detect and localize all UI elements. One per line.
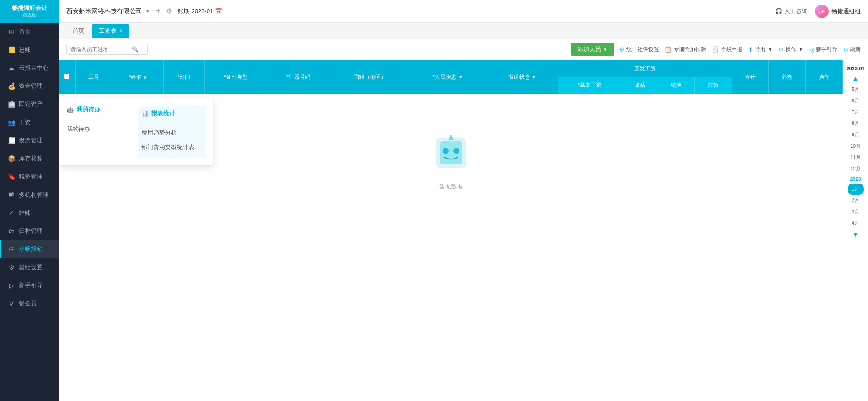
sidebar-icon-new-guide: ▷	[7, 282, 15, 289]
sidebar-label-ledger: 总账	[19, 46, 31, 54]
sidebar-nav: ⊞首页📒总账☁云报表中心💰资金管理🏢固定资产👥工资🧾发票管理📦库存核算🔖税务管理…	[0, 23, 59, 401]
sidebar-label-settlement: 结账	[19, 209, 31, 217]
sidebar-label-home: 首页	[19, 28, 31, 36]
popup-right-label: 报表统计	[151, 109, 175, 117]
tab-payroll-label: 工资表	[99, 27, 116, 35]
timeline-year-2023: 2023	[850, 174, 861, 184]
special-deduct-action[interactable]: 📋 专项附加扣除	[664, 46, 706, 53]
export-action[interactable]: ⬆ 导出 ▼	[748, 46, 773, 53]
timeline-month-8[interactable]: 8月	[843, 118, 868, 129]
timeline-month-5[interactable]: 5月	[843, 84, 868, 95]
timeline-month-12[interactable]: 12月	[843, 163, 868, 174]
sidebar-item-archive[interactable]: 🗂归档管理	[0, 222, 59, 240]
sidebar-item-new-guide[interactable]: ▷新手引导	[0, 276, 59, 295]
timeline-month-10[interactable]: 10月	[843, 140, 868, 152]
sidebar-item-fund[interactable]: 💰资金管理	[0, 77, 59, 95]
popup-item-dept-cost[interactable]: 部门费用类型统计表	[141, 140, 202, 155]
sidebar-item-settlement[interactable]: ✓结账	[0, 204, 59, 222]
sidebar-item-payroll[interactable]: 👥工资	[0, 113, 59, 131]
select-all-checkbox[interactable]	[59, 60, 75, 94]
new-guide-action[interactable]: ◎ 新手引导	[809, 46, 838, 53]
popup-left-icon: 🤖	[67, 106, 74, 113]
refresh-action[interactable]: ↻ 刷新	[843, 46, 861, 53]
social-security-action[interactable]: ⚙ 统一社保设置	[619, 46, 659, 53]
col-name: *姓名 ⇅	[112, 60, 163, 94]
sidebar-label-archive: 归档管理	[19, 227, 43, 235]
popup-right-icon: 📊	[141, 110, 149, 117]
customer-service-button[interactable]: 🎧 人工咨询	[775, 7, 808, 15]
income-tax-label: 个税申报	[721, 46, 742, 53]
service-label: 人工咨询	[784, 7, 808, 15]
sidebar-item-membership[interactable]: V畅会员	[0, 295, 59, 313]
timeline-month-3[interactable]: 3月	[843, 206, 868, 217]
sidebar-label-payroll: 工资	[19, 118, 31, 126]
sidebar-item-cloud-report[interactable]: ☁云报表中心	[0, 59, 59, 77]
timeline-month-7[interactable]: 7月	[843, 106, 868, 118]
avatar: CE	[815, 5, 829, 18]
popup-item-my-todo[interactable]: 我的待办	[67, 122, 127, 136]
timeline-month-1[interactable]: 1月	[848, 184, 864, 195]
sidebar-icon-settlement: ✓	[7, 209, 15, 217]
popup-left-title: 🤖 我的待办	[67, 106, 127, 116]
operation-icon: ⚙	[778, 46, 784, 53]
sidebar-item-basic-settings[interactable]: ⚙基础设置	[0, 258, 59, 276]
sidebar-item-invoice[interactable]: 🧾发票管理	[0, 131, 59, 150]
operation-label: 操作	[786, 46, 796, 53]
timeline-month-2[interactable]: 2月	[843, 195, 868, 206]
person-status-filter-icon[interactable]: ▼	[458, 74, 464, 80]
sidebar-item-fixed-assets[interactable]: 🏢固定资产	[0, 95, 59, 113]
sidebar-item-inventory[interactable]: 📦库存核算	[0, 150, 59, 168]
sidebar-icon-multi-org: 🏛	[7, 191, 15, 198]
col-payable-group: 应发工资	[558, 60, 732, 77]
name-sort-icon[interactable]: ⇅	[143, 75, 147, 80]
timeline-up-button[interactable]: ▲	[853, 73, 859, 84]
sidebar-item-xiaochang[interactable]: G小畅报销	[0, 240, 59, 258]
search-input[interactable]	[70, 46, 129, 53]
col-bonus: 津贴	[621, 77, 658, 94]
tab-home[interactable]: 首页	[66, 24, 91, 38]
sidebar-label-cloud-report: 云报表中心	[19, 64, 48, 72]
operation-action[interactable]: ⚙ 操作 ▼	[778, 46, 804, 53]
toolbar-actions: 添加人员 ▼ ⚙ 统一社保设置 📋 专项附加扣除 📑 个税申报 ⬆ 导出	[571, 43, 861, 56]
company-name: 西安虾米网络科技有限公司	[66, 7, 142, 15]
tab-close-icon[interactable]: ×	[119, 28, 122, 34]
logo-sub: 旗舰版	[23, 12, 36, 18]
refresh-icon: ↻	[843, 46, 848, 53]
income-tax-icon: 📑	[712, 46, 719, 53]
popup-item-cost-trend[interactable]: 费用趋势分析	[141, 126, 202, 140]
timeline-month-4[interactable]: 4月	[843, 217, 868, 229]
sidebar-label-fixed-assets: 固定资产	[19, 100, 43, 108]
period-value: 2023-01	[191, 8, 213, 14]
sidebar-item-tax[interactable]: 🔖税务管理	[0, 168, 59, 186]
main-area: 西安虾米网络科技有限公司 ▼ + ⚙ 账期 2023-01 📅 🎧 人工咨询 C…	[59, 0, 868, 401]
timeline-month-9[interactable]: 9月	[843, 129, 868, 140]
sidebar-icon-home: ⊞	[7, 28, 15, 35]
add-person-label: 添加人员	[577, 45, 601, 53]
timeline-down-button[interactable]: ▼	[853, 229, 859, 240]
tab-payroll[interactable]: 工资表 ×	[92, 24, 129, 38]
sidebar-icon-membership: V	[7, 300, 15, 307]
sidebar-item-multi-org[interactable]: 🏛多机构管理	[0, 186, 59, 204]
company-selector[interactable]: 西安虾米网络科技有限公司 ▼	[66, 7, 150, 15]
income-tax-action[interactable]: 📑 个税申报	[712, 46, 742, 53]
sidebar-item-home[interactable]: ⊞首页	[0, 23, 59, 41]
sidebar-item-ledger[interactable]: 📒总账	[0, 41, 59, 59]
add-company-button[interactable]: +	[156, 6, 161, 16]
sidebar-icon-archive: 🗂	[7, 227, 15, 235]
sidebar-icon-inventory: 📦	[7, 155, 15, 162]
export-dropdown-arrow: ▼	[767, 46, 773, 53]
settings-icon[interactable]: ⚙	[166, 7, 172, 15]
report-status-filter-icon[interactable]: ▼	[531, 74, 537, 80]
search-box[interactable]: 🔍	[66, 44, 148, 55]
user-menu[interactable]: CE 畅捷通组组	[815, 5, 861, 18]
timeline-month-11[interactable]: 11月	[843, 152, 868, 163]
topbar-right: 🎧 人工咨询 CE 畅捷通组组	[775, 5, 861, 18]
col-dept: *部门	[164, 60, 205, 94]
timeline-month-6[interactable]: 6月	[843, 95, 868, 106]
popup-left-label: 我的待办	[77, 106, 100, 114]
topbar: 西安虾米网络科技有限公司 ▼ + ⚙ 账期 2023-01 📅 🎧 人工咨询 C…	[59, 0, 868, 23]
sidebar-icon-cloud-report: ☁	[7, 64, 15, 72]
period-selector[interactable]: 账期 2023-01 📅	[178, 7, 222, 15]
add-person-button[interactable]: 添加人员 ▼	[571, 43, 614, 56]
col-person-status: *人员状态 ▼	[410, 60, 486, 94]
